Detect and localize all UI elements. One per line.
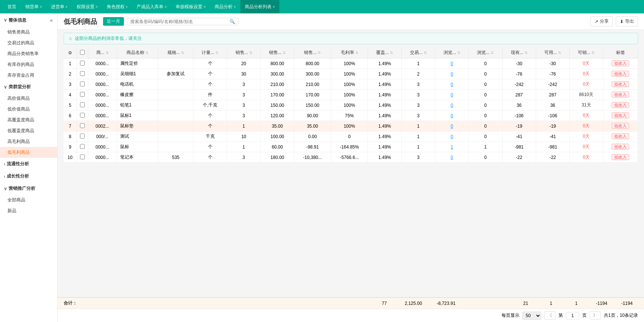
sidebar-item-high-margin[interactable]: 高毛利商品 <box>0 136 57 147</box>
prev-page-button[interactable]: 〈 <box>544 311 555 320</box>
col-checkbox-header[interactable] <box>77 47 88 58</box>
row-checkbox[interactable] <box>77 131 88 142</box>
sidebar-item-all-goods[interactable]: 全部商品 <box>0 195 57 205</box>
sidebar-group-marketing[interactable]: ∨ 营销推广分析 <box>0 182 57 195</box>
nav-goods-analysis-list[interactable]: 商品分析列表 × <box>240 0 279 13</box>
per-page-select[interactable]: 50 20 100 <box>522 312 541 320</box>
sort-gross-icon[interactable]: ⇅ <box>355 51 358 55</box>
browse1-link[interactable]: 0 <box>451 92 453 98</box>
row-browse1[interactable]: 0 <box>435 100 468 111</box>
row-checkbox[interactable] <box>77 121 88 131</box>
sidebar-item-traded-goods[interactable]: 交易过的商品 <box>0 38 57 48</box>
search-icon[interactable]: 🔍 <box>230 19 235 24</box>
row-checkbox[interactable] <box>77 69 88 79</box>
sort-unit-icon[interactable]: ⇅ <box>215 51 218 55</box>
row-browse1[interactable]: 0 <box>435 131 468 142</box>
row-browse1[interactable]: 0 <box>435 90 468 100</box>
browse1-link[interactable]: 0 <box>451 113 453 118</box>
next-page-button[interactable]: 〉 <box>590 311 601 320</box>
sort-current-icon[interactable]: ⇅ <box>525 51 528 55</box>
browse1-link[interactable]: 0 <box>451 124 453 129</box>
nav-home[interactable]: 首页 <box>3 0 21 13</box>
row-browse1[interactable]: 0 <box>435 152 468 163</box>
sidebar-item-high-coverage[interactable]: 高覆盖度商品 <box>0 115 57 125</box>
date-filter-button[interactable]: 近一月 <box>103 17 124 26</box>
row-browse1[interactable]: 0 <box>435 58 468 69</box>
export-icon: ⬇ <box>620 19 624 24</box>
row-checkbox[interactable] <box>77 111 88 121</box>
row-browse1[interactable]: 0 <box>435 69 468 79</box>
browse1-link[interactable]: 0 <box>451 82 453 87</box>
table-body: 1 0000... 属性定价 个 20 800.00 800.00 100% 1… <box>64 58 638 163</box>
table-row: 8 000/... 测试 千克 10 100.00 0.00 0 1.49% 1… <box>64 131 638 142</box>
row-checkbox[interactable] <box>77 100 88 111</box>
select-all-checkbox[interactable] <box>80 50 85 55</box>
sidebar-item-high-value[interactable]: 高价值商品 <box>0 93 57 104</box>
row-browse1[interactable]: 1 <box>435 142 468 152</box>
sidebar-item-low-coverage[interactable]: 低覆盖度商品 <box>0 125 57 136</box>
nav-close-finished[interactable]: × <box>164 5 167 9</box>
nav-close-sales[interactable]: × <box>40 5 42 9</box>
browse1-link[interactable]: 0 <box>451 103 453 108</box>
sidebar-group-flow[interactable]: › 流通性分析 <box>0 158 57 170</box>
col-setting[interactable]: ⚙ <box>64 47 77 58</box>
sidebar-item-low-margin[interactable]: 低毛利商品 <box>0 147 57 158</box>
sort-trade-icon[interactable]: ⇅ <box>424 51 427 55</box>
browse1-link[interactable]: 0 <box>451 155 453 160</box>
page-input[interactable] <box>566 312 579 319</box>
nav-close-permission[interactable]: × <box>96 5 98 9</box>
sort-sales-price-icon[interactable]: ⇅ <box>283 51 286 55</box>
sidebar-group-cluster[interactable]: ∨ 类群堂分析 <box>0 81 57 93</box>
sort-browse2-icon[interactable]: ⇅ <box>491 51 494 55</box>
browse1-link[interactable]: 0 <box>451 61 453 66</box>
sort-sales-amount-icon[interactable]: ⇅ <box>318 51 321 55</box>
sort-available-icon[interactable]: ⇅ <box>558 51 561 55</box>
nav-permission[interactable]: 权限设置 × <box>72 0 102 13</box>
browse1-link[interactable]: 0 <box>451 134 453 139</box>
row-browse1[interactable]: 0 <box>435 121 468 131</box>
sidebar-collapse-overall[interactable]: « <box>49 16 54 24</box>
sidebar-item-sales-goods[interactable]: 销售类商品 <box>0 27 57 38</box>
row-checkbox[interactable] <box>77 152 88 163</box>
row-current: -981 <box>502 142 536 152</box>
export-button[interactable]: ⬇ 导出 <box>616 16 638 26</box>
share-button[interactable]: ↗ 分享 <box>590 16 613 26</box>
search-input[interactable] <box>130 19 230 24</box>
row-checkbox[interactable] <box>77 90 88 100</box>
sort-sellable-icon[interactable]: ⇅ <box>592 51 595 55</box>
nav-goods-analysis[interactable]: 商品分析 × <box>210 0 240 13</box>
nav-close-goods-analysis[interactable]: × <box>234 5 236 9</box>
row-sales-amount: -10,380... <box>294 152 331 163</box>
nav-purchase-order[interactable]: 进货单 × <box>47 0 72 13</box>
sort-name-icon[interactable]: ⇅ <box>145 51 148 55</box>
sidebar-item-new-goods[interactable]: 新品 <box>0 205 57 216</box>
nav-close-purchase[interactable]: × <box>65 5 68 9</box>
nav-role-auth[interactable]: 角色授权 × <box>102 0 132 13</box>
sort-coverage-icon[interactable]: ⇅ <box>390 51 393 55</box>
sort-spec-icon[interactable]: ⇅ <box>181 51 184 55</box>
nav-finished-goods[interactable]: 产成品入库单 × <box>132 0 171 13</box>
nav-close-template[interactable]: × <box>204 5 206 9</box>
sidebar-group-overall[interactable]: ∨ 整体信息 « <box>0 13 57 27</box>
row-sellable: 0天 <box>570 131 603 142</box>
nav-sales-order[interactable]: 销货单 × <box>21 0 47 13</box>
row-checkbox[interactable] <box>77 79 88 90</box>
browse1-link[interactable]: 0 <box>451 71 453 77</box>
sidebar-item-category-rate[interactable]: 商品分类销售率 <box>0 48 57 59</box>
sidebar-item-stocked-goods[interactable]: 有库存的商品 <box>0 59 57 70</box>
nav-close-role[interactable]: × <box>126 5 128 9</box>
browse1-link[interactable]: 1 <box>451 144 453 150</box>
row-checkbox[interactable] <box>77 58 88 69</box>
row-browse1[interactable]: 0 <box>435 111 468 121</box>
sidebar-group-growth[interactable]: › 成长性分析 <box>0 170 57 182</box>
sort-code-icon[interactable]: ⇅ <box>106 51 109 55</box>
nav-close-goods-list[interactable]: × <box>273 5 275 9</box>
sidebar-item-low-value[interactable]: 低价值商品 <box>0 104 57 115</box>
sort-browse1-icon[interactable]: ⇅ <box>457 51 460 55</box>
nav-template-setting[interactable]: 单据模板设置 × <box>171 0 210 13</box>
sidebar-item-stock-capital[interactable]: 库存资金占用 <box>0 70 57 81</box>
row-available: -76 <box>536 69 569 79</box>
row-checkbox[interactable] <box>77 142 88 152</box>
sort-sales-qty-icon[interactable]: ⇅ <box>249 51 252 55</box>
row-browse1[interactable]: 0 <box>435 79 468 90</box>
